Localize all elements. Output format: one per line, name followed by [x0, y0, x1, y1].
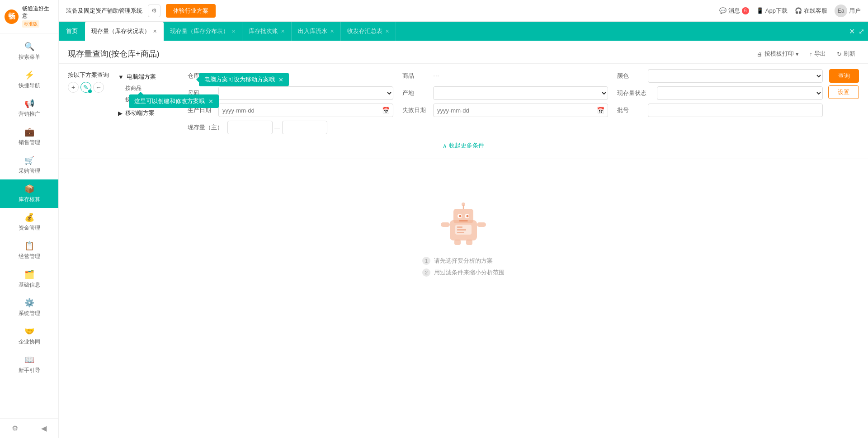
page-title: 现存量查询(按仓库+商品): [68, 48, 160, 59]
add-scheme-btn[interactable]: +: [68, 82, 79, 93]
trial-industry-btn[interactable]: 体验行业方案: [166, 4, 216, 18]
empty-state-illustration: [436, 195, 491, 250]
tab-home[interactable]: 首页: [59, 27, 85, 35]
export-btn[interactable]: ↑ 导出: [806, 48, 830, 60]
sidebar-item-marketing[interactable]: 📢 营销推广: [0, 94, 58, 122]
scheme-pc-root[interactable]: ▼ 电脑端方案: [114, 71, 177, 83]
logo-icon: 畅: [5, 9, 19, 24]
system-title: 装备及固定资产辅助管理系统: [66, 7, 142, 15]
collapse-label: 收起更多条件: [449, 141, 484, 150]
color-select[interactable]: [648, 69, 823, 83]
origin-select[interactable]: [433, 86, 608, 100]
app-download-btn[interactable]: 📱 App下载: [756, 7, 788, 15]
tab-inout-label: 出入库流水: [298, 27, 327, 35]
sidebar-label-quick: 快捷导航: [19, 82, 40, 89]
stock-qty-range: —: [227, 121, 327, 134]
tab-batch[interactable]: 库存批次账 ✕: [242, 22, 292, 41]
print-btn[interactable]: 🖨 按模板打印 ▾: [753, 48, 802, 60]
tooltip2-close[interactable]: ✕: [208, 98, 213, 105]
expiry-date-input-wrap: 📅: [433, 104, 608, 117]
scheme-by-product[interactable]: 按商品: [122, 83, 177, 94]
expiry-date-input[interactable]: [433, 104, 608, 117]
tip-num1: 1: [422, 257, 430, 265]
tab-inout[interactable]: 出入库流水 ✕: [292, 22, 341, 41]
user-avatar: Ea: [835, 5, 847, 17]
stock-qty-max[interactable]: [282, 121, 327, 134]
edit-scheme-icon: ✎: [83, 84, 89, 91]
sidebar-item-assets[interactable]: 💰 资金管理: [0, 208, 58, 236]
notifications-btn[interactable]: 💬 消息 6: [719, 7, 749, 15]
mobile-scheme-label: 移动端方案: [125, 109, 155, 117]
pc-scheme-label: 电脑端方案: [127, 73, 156, 81]
tab-batch-close[interactable]: ✕: [281, 28, 285, 34]
refresh-btn[interactable]: ↻ 刷新: [833, 48, 859, 60]
sidebar-item-purchase[interactable]: 🛒 采购管理: [0, 151, 58, 179]
sidebar-item-sales[interactable]: 💼 销售管理: [0, 122, 58, 151]
sidebar-item-guide[interactable]: 📖 新手引导: [0, 350, 58, 379]
svg-rect-10: [477, 222, 486, 227]
collapse-arrow-icon: ∧: [443, 142, 447, 149]
prod-date-input[interactable]: [218, 104, 393, 117]
sidebar-item-inventory[interactable]: 📦 库存核算: [0, 179, 58, 208]
sidebar-item-basic[interactable]: 🗂️ 基础信息: [0, 265, 58, 293]
tab-inventory-status-close[interactable]: ✕: [153, 28, 157, 34]
arrow-scheme-btn[interactable]: ←: [93, 82, 104, 93]
pc-arrow: ▼: [118, 74, 124, 80]
settings-footer-btn[interactable]: ⚙: [12, 424, 18, 433]
sidebar-item-operations[interactable]: 📋 经营管理: [0, 236, 58, 265]
sidebar-label-marketing: 营销推广: [19, 110, 40, 118]
sidebar-label-sales: 销售管理: [19, 139, 40, 146]
calendar-icon-expiry[interactable]: 📅: [597, 107, 604, 114]
tab-inventory-status[interactable]: 现存量（库存状况表） ✕: [85, 22, 164, 41]
sidebar-item-system[interactable]: ⚙️ 系统管理: [0, 293, 58, 322]
empty-tip2: 2 用过滤条件来缩小分析范围: [422, 268, 505, 277]
tab-close-all-btn[interactable]: ✕: [849, 27, 855, 36]
sidebar-item-enterprise[interactable]: 🤝 企业协同: [0, 322, 58, 350]
scheme-mobile-root[interactable]: ▶ 移动端方案: [114, 107, 177, 119]
tab-inout-close[interactable]: ✕: [330, 28, 334, 34]
sidebar-item-search[interactable]: 🔍 搜索菜单: [0, 37, 58, 66]
svg-point-8: [462, 203, 465, 206]
tab-summary-close[interactable]: ✕: [385, 28, 389, 34]
sidebar-label-operations: 经营管理: [19, 253, 40, 260]
tab-inventory-status-label: 现存量（库存状况表）: [91, 27, 150, 35]
sidebar-item-quick[interactable]: ⚡ 快捷导航: [0, 66, 58, 94]
refresh-label: 刷新: [844, 50, 855, 58]
topbar-settings-btn[interactable]: ⚙: [148, 5, 160, 17]
mobile-arrow: ▶: [118, 110, 123, 117]
tooltip1-close[interactable]: ✕: [278, 76, 283, 83]
purchase-icon: 🛒: [24, 155, 34, 165]
expiry-date-label: 失效日期: [402, 106, 429, 114]
sidebar-label-system: 系统管理: [19, 310, 40, 317]
batch-input[interactable]: [648, 104, 823, 117]
collapse-sidebar-btn[interactable]: ◀: [41, 424, 47, 433]
product-dots[interactable]: ···: [433, 72, 608, 80]
tab-inventory-dist-close[interactable]: ✕: [231, 28, 236, 34]
notification-count: 6: [742, 7, 749, 14]
filter-collapse-btn[interactable]: ∧ 收起更多条件: [68, 138, 859, 153]
sales-icon: 💼: [24, 127, 34, 137]
online-support-btn[interactable]: 🎧 在线客服: [795, 7, 827, 15]
field-color: 颜色: [617, 69, 823, 83]
size-select[interactable]: [218, 86, 393, 100]
search-btn[interactable]: 查询: [829, 69, 859, 83]
topbar-left: 装备及固定资产辅助管理系统 ⚙ 体验行业方案: [66, 4, 216, 18]
stock-status-select[interactable]: [657, 86, 823, 100]
topbar-right: 💬 消息 6 📱 App下载 🎧 在线客服 Ea 用户: [719, 5, 861, 17]
batch-label: 批号: [617, 106, 644, 114]
refresh-icon: ↻: [837, 51, 842, 57]
set-btn[interactable]: 设置: [828, 85, 859, 99]
logo-text-area: 畅通道好生意 标准版: [22, 5, 54, 28]
export-icon: ↑: [810, 51, 813, 57]
stock-qty-min[interactable]: [227, 121, 273, 134]
inventory-icon: 📦: [24, 184, 34, 194]
tab-summary[interactable]: 收发存汇总表 ✕: [341, 22, 396, 41]
tab-inventory-dist[interactable]: 现存量（库存分布表） ✕: [164, 22, 242, 41]
user-menu-btn[interactable]: Ea 用户: [835, 5, 861, 17]
stock-status-label: 现存量状态: [617, 89, 653, 97]
tab-maximize-btn[interactable]: ⤢: [859, 27, 864, 36]
calendar-icon-prod[interactable]: 📅: [382, 107, 390, 114]
print-label: 按模板打印: [764, 50, 794, 58]
app-download-label: App下载: [765, 7, 788, 15]
edit-scheme-btn[interactable]: ✎: [80, 82, 91, 93]
